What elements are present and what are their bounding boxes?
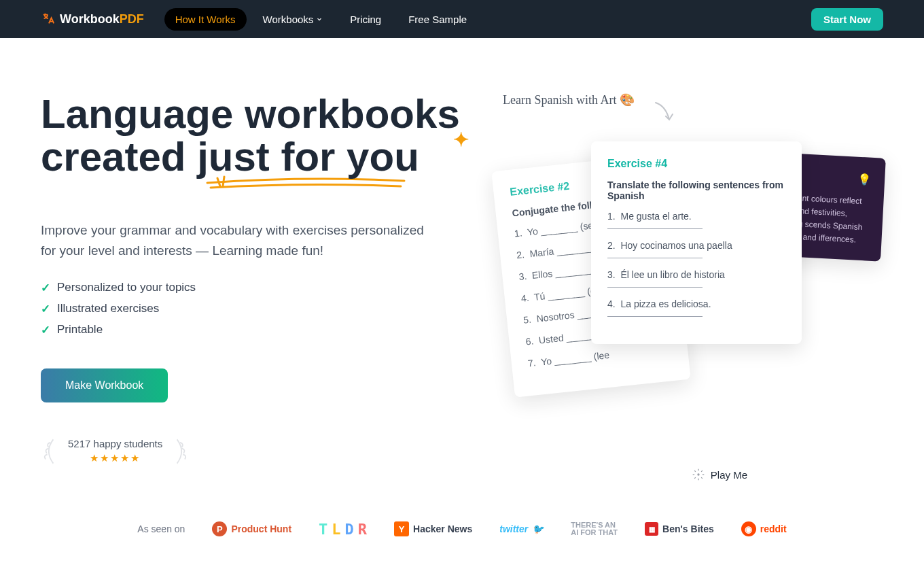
brand-product-hunt[interactable]: PProduct Hunt: [212, 521, 291, 536]
nav-how-it-works[interactable]: How It Works: [164, 8, 247, 31]
hero-left: Language workbooks created just for you …: [41, 92, 462, 466]
brand-reddit[interactable]: ◉reddit: [741, 521, 787, 536]
header: WorkbookPDF How It Works Workbooks Prici…: [0, 0, 924, 38]
laurel-right-icon: [171, 436, 190, 466]
hero-subtitle: Improve your grammar and vocabulary with…: [41, 220, 428, 262]
twitter-icon: 🐦: [532, 523, 544, 534]
hero: Language workbooks created just for you …: [0, 38, 924, 494]
nav-workbooks[interactable]: Workbooks: [252, 8, 334, 31]
start-now-button[interactable]: Start Now: [811, 8, 883, 31]
brand-bens-bites[interactable]: ▦Ben's Bites: [645, 522, 714, 536]
exercise-card-4: Exercise #4 Translate the following sent…: [591, 141, 802, 344]
make-workbook-button[interactable]: Make Workbook: [41, 368, 168, 402]
play-me-button[interactable]: Play Me: [692, 468, 747, 481]
check-icon: ✓: [41, 281, 50, 295]
product-hunt-icon: P: [212, 521, 227, 536]
hacker-news-icon: Y: [394, 521, 409, 536]
arrow-icon: [652, 99, 679, 126]
sparkle-icon: ✦: [453, 130, 469, 150]
chevron-down-icon: [316, 16, 323, 22]
brand-twitter[interactable]: twitter🐦: [499, 523, 544, 534]
as-seen-on-label: As seen on: [137, 523, 185, 534]
bens-bites-icon: ▦: [645, 522, 658, 536]
features-list: ✓Personalized to your topics ✓Illustrate…: [41, 281, 462, 337]
svg-point-0: [697, 473, 699, 475]
nav: How It Works Workbooks Pricing Free Samp…: [164, 8, 478, 31]
feature-item: ✓Personalized to your topics: [41, 281, 462, 295]
star-rating: ★★★★★: [68, 452, 162, 464]
check-icon: ✓: [41, 302, 50, 316]
hero-right: Learn Spanish with Art 🎨 Exercise #2 Con…: [489, 92, 883, 466]
students-badge: 5217 happy students ★★★★★: [41, 436, 462, 466]
as-seen-on: As seen on PProduct Hunt TLDR YHacker Ne…: [0, 494, 924, 565]
logo[interactable]: WorkbookPDF: [41, 12, 144, 27]
check-icon: ✓: [41, 323, 50, 337]
reddit-icon: ◉: [741, 521, 756, 536]
brand-theres-an-ai[interactable]: THERE'S ANAI FOR THAT: [571, 521, 618, 536]
exercise-title: Exercise #4: [607, 158, 785, 170]
translate-icon: [41, 12, 56, 27]
exercise-list: 1. Me gusta el arte. 2. Hoy cocinamos un…: [607, 211, 785, 317]
hero-title: Language workbooks created just for you …: [41, 92, 462, 178]
hand-label: Learn Spanish with Art 🎨: [503, 92, 883, 107]
nav-free-sample[interactable]: Free Sample: [397, 8, 478, 31]
feature-item: ✓Illustrated exercises: [41, 302, 462, 316]
brand-tldr[interactable]: TLDR: [319, 521, 367, 538]
logo-text: WorkbookPDF: [60, 12, 144, 27]
feature-item: ✓Printable: [41, 323, 462, 337]
cards-preview: Exercise #2 Conjugate the followi 1. Yo …: [489, 135, 883, 441]
nav-pricing[interactable]: Pricing: [339, 8, 392, 31]
cursor-icon: [692, 468, 705, 481]
students-count: 5217 happy students: [68, 438, 162, 449]
brand-hacker-news[interactable]: YHacker News: [394, 521, 472, 536]
exercise-prompt: Translate the following sentences from S…: [607, 179, 785, 201]
laurel-left-icon: [41, 436, 60, 466]
